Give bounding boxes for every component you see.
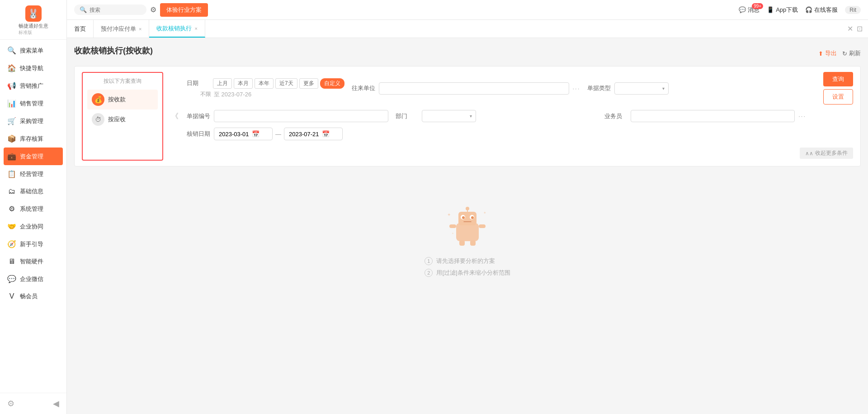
- svg-point-11: [466, 207, 469, 210]
- date-btn-this-year[interactable]: 本年: [255, 78, 274, 89]
- sidebar-item-system[interactable]: ⚙ 系统管理: [0, 200, 66, 218]
- message-badge: 99+: [752, 3, 763, 9]
- finance-icon: 💼: [7, 152, 16, 161]
- page-title: 收款核销执行(按收款): [74, 45, 153, 56]
- sidebar-item-guide[interactable]: 🧭 新手引导: [0, 235, 66, 253]
- expand-tab-icon[interactable]: ⊡: [857, 24, 863, 33]
- tab-receipt[interactable]: 收款核销执行 ×: [149, 20, 205, 38]
- date-to-text: 至 2023-07-26: [214, 90, 251, 99]
- doc-type-select[interactable]: [615, 83, 668, 94]
- quicknav-icon: 🏠: [7, 64, 16, 72]
- date-btn-more[interactable]: 更多: [299, 78, 318, 89]
- collapse-sidebar-icon[interactable]: ◀: [53, 399, 59, 409]
- empty-state: ✦ ✦ ✦ 1 请先选择要分析的方案 2 用[过滤]条件来缩小分析范围: [74, 167, 861, 313]
- refresh-icon: ↻: [842, 50, 847, 57]
- counterpart-input[interactable]: [379, 82, 569, 95]
- svg-point-4: [462, 216, 465, 219]
- tab-receipt-close[interactable]: ×: [194, 26, 197, 31]
- svg-rect-7: [449, 224, 456, 228]
- sidebar-item-member[interactable]: V 畅会员: [0, 288, 66, 305]
- collapse-panel-btn[interactable]: 《: [170, 72, 179, 161]
- industry-btn[interactable]: 体验行业方案: [160, 3, 208, 17]
- sidebar-item-quicknav[interactable]: 🏠 快捷导航: [0, 59, 66, 77]
- close-tab-icon[interactable]: ✕: [847, 24, 853, 33]
- sidebar-item-operations[interactable]: 📋 经营管理: [0, 165, 66, 183]
- message-btn[interactable]: 💬 消息 99+: [739, 6, 760, 14]
- doc-number-input[interactable]: [214, 110, 388, 122]
- sidebar-item-search[interactable]: 🔍 搜索菜单: [0, 42, 66, 59]
- query-btn[interactable]: 查询: [823, 72, 853, 86]
- date-btn-custom[interactable]: 自定义: [320, 78, 344, 89]
- tab-home[interactable]: 首页: [67, 20, 94, 38]
- verify-date-range: 2023-03-01 📅 — 2023-07-21 📅: [214, 128, 343, 140]
- empty-tip-1: 1 请先选择要分析的方案: [425, 257, 510, 265]
- date-btn-last-month[interactable]: 上月: [213, 78, 232, 89]
- verify-date-start[interactable]: 2023-03-01 📅: [214, 128, 273, 140]
- sidebar-item-sales[interactable]: 📊 销售管理: [0, 95, 66, 112]
- salesman-input[interactable]: [631, 110, 795, 122]
- date-group: 日期 上月 本月 本年 近7天 更多 自定义 不限: [187, 78, 344, 99]
- action-buttons: 查询 设置: [823, 72, 853, 105]
- sidebar-item-label-enterprise: 企业协同: [20, 223, 43, 231]
- receivable-option-label: 按应收: [108, 115, 126, 124]
- gear-icon[interactable]: ⚙: [150, 5, 156, 14]
- empty-tips: 1 请先选择要分析的方案 2 用[过滤]条件来缩小分析范围: [425, 257, 510, 277]
- app-download-btn[interactable]: 📱 App下载: [767, 6, 798, 14]
- sidebar-item-purchase[interactable]: 🛒 采购管理: [0, 112, 66, 130]
- collapse-label: 收起更多条件: [815, 149, 848, 157]
- up-arrow-icon: ∧∧: [805, 150, 813, 157]
- tab-receipt-label: 收款核销执行: [156, 24, 192, 33]
- date-btn-this-month[interactable]: 本月: [234, 78, 253, 89]
- dept-select[interactable]: [422, 110, 476, 122]
- export-btn[interactable]: ⬆ 导出: [818, 49, 837, 57]
- sidebar-item-label-guide: 新手引导: [20, 240, 43, 248]
- doc-type-select-wrap: ▾: [614, 82, 669, 95]
- salesman-label: 业务员: [604, 112, 627, 120]
- topbar: 🔍 ⚙ 体验行业方案 💬 消息 99+ 📱 App下载 🎧 在线客服 Rit: [67, 0, 868, 20]
- counterpart-label: 往来单位: [352, 84, 375, 92]
- user-avatar[interactable]: Rit: [845, 6, 861, 14]
- sidebar-item-label-wechat: 企业微信: [20, 275, 43, 283]
- settings-icon[interactable]: ⚙: [7, 399, 14, 409]
- sidebar-item-hardware[interactable]: 🖥 智能硬件: [0, 253, 66, 270]
- tab-bar-actions: ✕ ⊡: [842, 24, 868, 33]
- salesman-group: 业务员 ···: [604, 110, 806, 122]
- counterpart-dots[interactable]: ···: [573, 85, 580, 92]
- tip-num-1: 1: [425, 257, 433, 265]
- svg-rect-0: [456, 223, 479, 241]
- svg-rect-8: [479, 224, 486, 228]
- search-bar[interactable]: 🔍: [74, 5, 146, 15]
- wechat-icon: 💬: [7, 275, 16, 283]
- sidebar-item-inventory[interactable]: 📦 库存核算: [0, 130, 66, 148]
- search-input[interactable]: [90, 7, 141, 13]
- tab-prepay-close[interactable]: ×: [139, 26, 142, 32]
- sidebar-item-basic[interactable]: 🗂 基础信息: [0, 183, 66, 200]
- doc-number-group: 单据编号: [187, 110, 388, 122]
- dept-select-wrap: ▾: [422, 110, 476, 122]
- online-service-btn[interactable]: 🎧 在线客服: [805, 6, 838, 14]
- empty-tip-2: 2 用[过滤]条件来缩小分析范围: [425, 269, 510, 277]
- query-panel-title: 按以下方案查询: [87, 77, 158, 85]
- collapse-conditions-btn[interactable]: ∧∧ 收起更多条件: [800, 148, 853, 159]
- sidebar-item-label-purchase: 采购管理: [20, 117, 43, 125]
- date-btn-7days[interactable]: 近7天: [275, 78, 297, 89]
- verify-date-end-value: 2023-07-21: [289, 131, 319, 138]
- query-panel: 按以下方案查询 💰 按收款 ⏱ 按应收: [82, 72, 163, 161]
- logo-icon: 🐰: [25, 5, 42, 22]
- sidebar-item-enterprise[interactable]: 🤝 企业协同: [0, 218, 66, 235]
- sidebar-item-label-operations: 经营管理: [20, 170, 43, 178]
- sidebar-item-finance[interactable]: 💼 资金管理: [4, 148, 63, 165]
- sidebar-item-marketing[interactable]: 📢 营销推广: [0, 77, 66, 95]
- salesman-dots[interactable]: ···: [798, 113, 806, 119]
- query-option-receivable[interactable]: ⏱ 按应收: [87, 109, 158, 129]
- settings-btn[interactable]: 设置: [823, 89, 853, 105]
- sidebar-item-wechat[interactable]: 💬 企业微信: [0, 270, 66, 288]
- verify-date-end[interactable]: 2023-07-21 📅: [284, 128, 343, 140]
- refresh-btn[interactable]: ↻ 刷新: [842, 49, 861, 57]
- tab-home-label: 首页: [74, 25, 86, 33]
- sidebar-item-label-system: 系统管理: [20, 205, 43, 213]
- tip-num-2: 2: [425, 269, 433, 277]
- tab-prepay[interactable]: 预付冲应付单 ×: [94, 20, 149, 38]
- query-option-receipt[interactable]: 💰 按收款: [87, 90, 158, 109]
- sidebar-item-label-hardware: 智能硬件: [20, 257, 43, 266]
